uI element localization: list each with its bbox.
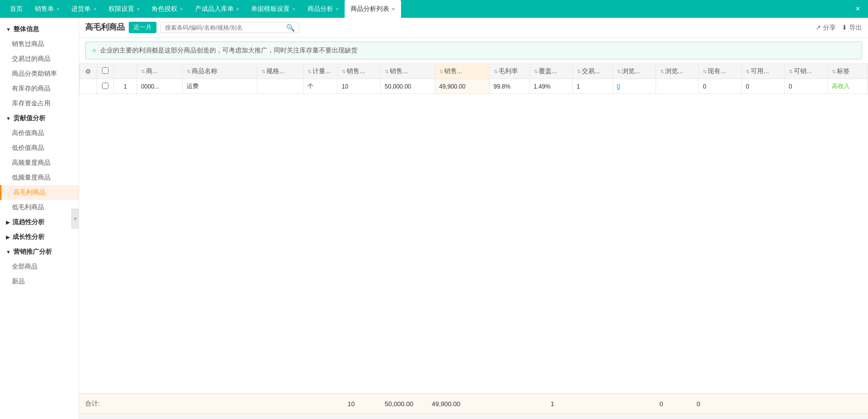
sidebar-group-overall-info[interactable]: ▼ 整体信息 [0,22,79,37]
nav-template-settings[interactable]: 单据模板设置 × [245,0,301,18]
col-sales-profit-header[interactable]: ⇅销售... [435,64,489,79]
close-product-analysis[interactable]: × [336,6,339,12]
sidebar-group-marketing-analysis[interactable]: ▼ 营销推广分析 [0,244,79,259]
cell-stock2: 0 [742,79,785,94]
col-coverage-header[interactable]: ⇅覆盖... [529,64,572,79]
cell-sales-qty: 10 [338,79,381,94]
sidebar-item-traded-goods[interactable]: 交易过的商品 [0,51,79,66]
cell-margin-rate: 99.8% [489,79,529,94]
nav-product-analysis-list[interactable]: 商品分析列表 × [345,0,401,18]
footer-stock1: 0 [660,400,697,408]
nav-purchase-order[interactable]: 进货单 × [65,0,102,18]
search-icon[interactable]: 🔍 [286,24,295,32]
sort-icon: ⇅ [141,69,145,74]
close-purchase-order[interactable]: × [93,6,96,12]
close-sales-order[interactable]: × [56,6,59,12]
data-table: ⚙ ⇅商... ⇅商品名称 ⇅规格... [79,63,868,94]
table-header-row: ⚙ ⇅商... ⇅商品名称 ⇅规格... [80,64,868,79]
arrow-icon-5: ▼ [6,249,11,255]
close-role-permission[interactable]: × [180,6,183,12]
col-spec-header[interactable]: ⇅规格... [257,64,303,79]
col-name-header[interactable]: ⇅商品名称 [183,64,257,79]
sidebar-item-new-goods[interactable]: 新品 [0,274,79,289]
search-box: 🔍 [160,22,299,33]
sidebar-item-low-value[interactable]: 低价值商品 [0,140,79,155]
header-actions: ↗ 分享 ⬇ 导出 [816,23,862,32]
col-check-header[interactable] [97,64,114,79]
col-settings-header[interactable]: ⚙ [80,64,97,79]
col-tag-header[interactable]: ⇅标签 [827,64,868,79]
sort-icon-3: ⇅ [261,69,265,74]
col-unit-header[interactable]: ⇅计量... [303,64,337,79]
close-template-settings[interactable]: × [292,6,295,12]
sidebar-item-sales-goods[interactable]: 销售过商品 [0,37,79,51]
sort-icon-16: ⇅ [832,69,836,74]
sidebar: ▼ 整体信息 销售过商品 交易过的商品 商品分类助销率 有库存的商品 库存资金占… [0,18,79,419]
col-code-header[interactable]: ⇅商... [137,64,183,79]
col-trade-header[interactable]: ⇅交易... [572,64,613,79]
nav-product-analysis[interactable]: 商品分析 × [302,0,345,18]
sidebar-item-all-goods[interactable]: 全部商品 [0,259,79,274]
sidebar-item-high-freq[interactable]: 高频量度商品 [0,155,79,170]
col-stock1-header[interactable]: ⇅现有... [699,64,742,79]
footer-cells: 10 50,000.00 49,900.00 1 0 0 [125,400,862,408]
sort-icon-2: ⇅ [187,69,191,74]
sidebar-item-high-value[interactable]: 高价值商品 [0,126,79,140]
sidebar-item-goods-contribution[interactable]: 商品分类助销率 [0,66,79,81]
footer-trade: 1 [551,400,585,408]
col-seq-header [114,64,137,79]
close-product-warehouse[interactable]: × [236,6,239,12]
main-layout: ▼ 整体信息 销售过商品 交易过的商品 商品分类助销率 有库存的商品 库存资金占… [0,18,868,419]
bottom-scrollbar[interactable] [79,413,868,419]
sidebar-group-profit-analysis[interactable]: ▼ 贡献值分析 [0,111,79,126]
cell-trade: 1 [572,79,613,94]
filter-recent-month-button[interactable]: 近一月 [129,22,156,33]
row-checkbox[interactable] [102,83,108,89]
nav-permission-settings[interactable]: 权限设置 × [102,0,146,18]
select-all-checkbox[interactable] [102,67,108,74]
cell-name: 运费 [183,79,257,94]
sidebar-collapse-button[interactable]: « [71,209,79,229]
cell-browse1[interactable]: 0 [613,79,656,94]
footer-sales-amt: 50,000.00 [385,400,432,408]
sidebar-item-high-margin[interactable]: 高毛利商品 [0,185,79,200]
close-permission-settings[interactable]: × [137,6,140,12]
footer-stock2: 0 [697,400,734,408]
close-product-analysis-list[interactable]: × [392,6,395,12]
close-window-button[interactable]: × [852,4,864,13]
sort-icon-9: ⇅ [534,69,538,74]
sidebar-item-low-freq[interactable]: 低频量度商品 [0,170,79,185]
page-title: 高毛利商品 [85,22,125,33]
share-button[interactable]: ↗ 分享 [816,23,836,32]
sort-icon-6: ⇅ [385,69,389,74]
sidebar-group-growth-analysis[interactable]: ▶ 成长性分析 [0,230,79,244]
footer-coverage [513,400,551,408]
footer-browse2 [622,400,660,408]
nav-sales-order[interactable]: 销售单 × [29,0,65,18]
footer-sales-qty: 10 [348,400,385,408]
sidebar-item-low-margin[interactable]: 低毛利商品 [0,200,79,215]
sort-icon-7: ⇅ [439,69,443,74]
nav-role-permission[interactable]: 角色授权 × [146,0,189,18]
cell-unit: 个 [303,79,337,94]
footer-sales-profit: 49,900.00 [432,400,479,408]
cell-check[interactable] [97,79,114,94]
sidebar-group-trend-analysis[interactable]: ▶ 流趋性分析 [0,215,79,230]
export-button[interactable]: ⬇ 导出 [842,23,862,32]
col-stock2-header[interactable]: ⇅可用... [742,64,785,79]
col-margin-rate-header[interactable]: ⇅毛利率 [489,64,529,79]
arrow-icon: ▼ [6,27,11,32]
col-browse2-header[interactable]: ⇅浏览... [656,64,699,79]
search-input[interactable] [165,24,286,31]
col-browse1-header[interactable]: ⇅浏览... [613,64,656,79]
col-sales-qty-header[interactable]: ⇅销售... [338,64,381,79]
col-stock3-header[interactable]: ⇅可销... [785,64,828,79]
sort-icon-13: ⇅ [703,69,707,74]
sidebar-item-stock-occupation[interactable]: 库存资金占用 [0,96,79,111]
sort-icon-15: ⇅ [789,69,793,74]
sidebar-item-stock-goods[interactable]: 有库存的商品 [0,81,79,96]
settings-icon[interactable]: ⚙ [85,68,91,75]
nav-product-warehouse[interactable]: 产成品入库单 × [189,0,245,18]
nav-home[interactable]: 首页 [4,0,29,18]
col-sales-amt-header[interactable]: ⇅销售... [380,64,435,79]
